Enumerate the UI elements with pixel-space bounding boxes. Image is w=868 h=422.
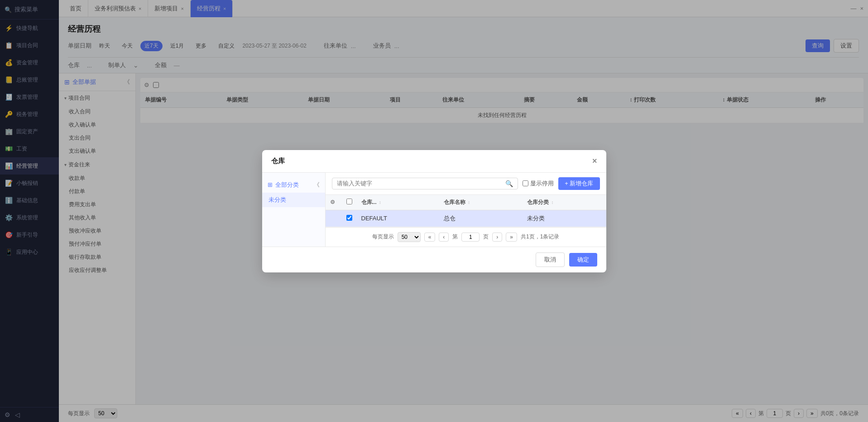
modal-page-label: 第: [452, 233, 458, 241]
modal-page-input[interactable]: [461, 233, 480, 242]
modal-per-page-select[interactable]: 50 100: [398, 232, 421, 242]
modal-first-page-btn[interactable]: «: [424, 233, 436, 242]
modal-col-category-label: 仓库分类: [527, 199, 549, 205]
modal-overlay: 仓库 × ⊞ 全部分类 《 未分类 🔍: [0, 0, 868, 422]
modal-row-category: 未分类: [523, 210, 606, 227]
modal-search-box[interactable]: 🔍: [332, 178, 518, 189]
modal-prev-page-btn[interactable]: ‹: [439, 233, 449, 242]
modal-left-panel: ⊞ 全部分类 《 未分类: [262, 173, 326, 247]
modal-total-records: 共1页，1条记录: [521, 233, 559, 241]
modal-all-category: 全部分类: [275, 181, 299, 189]
modal-gear-icon[interactable]: ⚙: [330, 199, 335, 205]
show-disabled-text: 显示停用: [530, 179, 554, 188]
modal-col-category: 仓库分类 ↕: [523, 195, 606, 210]
modal-search-input[interactable]: [337, 180, 503, 187]
modal-row-checkbox: [342, 210, 357, 227]
modal-col-name-label: 仓库名称: [444, 199, 465, 205]
modal-header: 仓库 ×: [262, 150, 606, 173]
modal-col-settings: ⚙: [326, 195, 342, 210]
modal-cancel-btn[interactable]: 取消: [536, 252, 565, 267]
modal-left-collapse-icon[interactable]: 《: [314, 181, 320, 189]
modal-title: 仓库: [271, 157, 285, 165]
modal-confirm-btn[interactable]: 确定: [569, 253, 597, 267]
modal-col-category-sort[interactable]: ↕: [551, 200, 554, 205]
modal-table-area: ⚙ 仓库... ↕ 仓库名称: [326, 195, 606, 227]
modal-row-check-1[interactable]: [346, 215, 352, 221]
modal-toolbar: 🔍 显示停用 + 新增仓库: [326, 173, 606, 195]
modal-left-header[interactable]: ⊞ 全部分类 《: [262, 177, 325, 193]
modal-next-page-btn[interactable]: ›: [492, 233, 502, 242]
modal-col-code-label: 仓库...: [361, 199, 377, 205]
grid2-icon: ⊞: [268, 181, 273, 188]
modal-col-name: 仓库名称 ↕: [439, 195, 523, 210]
modal-col-code-sort[interactable]: ↕: [379, 200, 381, 205]
modal-pagination: 每页显示 50 100 « ‹ 第 页 › » 共1页，1条记录: [326, 227, 606, 247]
modal-right-panel: 🔍 显示停用 + 新增仓库 ⚙: [326, 173, 606, 247]
show-disabled-checkbox[interactable]: [523, 180, 528, 186]
table-row[interactable]: DEFAULT 总仓 未分类: [326, 210, 606, 227]
modal-col-name-sort[interactable]: ↕: [468, 200, 470, 205]
modal-close-btn[interactable]: ×: [592, 156, 597, 166]
warehouse-modal: 仓库 × ⊞ 全部分类 《 未分类 🔍: [262, 150, 606, 272]
modal-last-page-btn[interactable]: »: [506, 233, 517, 242]
modal-page-suffix: 页: [483, 233, 489, 241]
show-disabled-label[interactable]: 显示停用: [523, 179, 554, 188]
modal-row-code: DEFAULT: [357, 210, 439, 227]
modal-row-settings: [326, 210, 342, 227]
modal-per-page-label: 每页显示: [372, 233, 394, 241]
modal-select-all[interactable]: [346, 199, 352, 204]
modal-search-icon: 🔍: [505, 180, 513, 187]
modal-col-code: 仓库... ↕: [357, 195, 439, 210]
add-warehouse-btn[interactable]: + 新增仓库: [558, 177, 599, 190]
modal-row-name: 总仓: [439, 210, 523, 227]
modal-footer: 取消 确定: [262, 247, 606, 272]
modal-body: ⊞ 全部分类 《 未分类 🔍 显示停用: [262, 173, 606, 247]
modal-table: ⚙ 仓库... ↕ 仓库名称: [326, 195, 606, 227]
modal-left-item-uncategorized[interactable]: 未分类: [262, 193, 325, 207]
modal-col-checkbox: [342, 195, 357, 210]
